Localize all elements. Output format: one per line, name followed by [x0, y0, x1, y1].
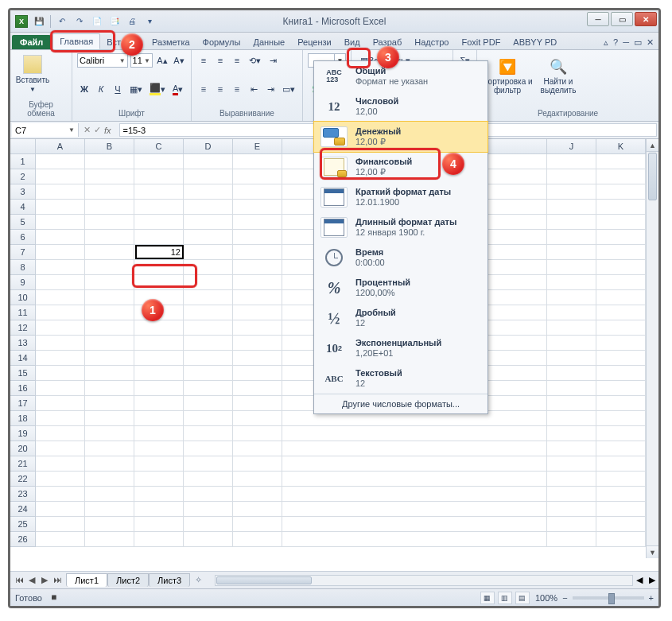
row-hdr[interactable]: 21	[10, 456, 36, 472]
zoom-in-icon[interactable]: +	[649, 593, 654, 603]
cell[interactable]	[596, 230, 646, 245]
cell[interactable]	[134, 532, 184, 547]
cell[interactable]	[134, 502, 184, 517]
row-hdr[interactable]: 16	[10, 381, 36, 396]
cell[interactable]	[233, 184, 282, 200]
cell[interactable]	[596, 381, 646, 396]
cell[interactable]	[134, 426, 184, 441]
cell[interactable]	[282, 426, 547, 441]
cell[interactable]	[233, 230, 282, 245]
row-hdr[interactable]: 19	[10, 426, 36, 441]
cell[interactable]	[36, 184, 85, 200]
cell[interactable]	[547, 351, 596, 366]
vscroll-thumb[interactable]	[648, 153, 657, 200]
qat-btn-4[interactable]: 📄	[91, 15, 103, 28]
cell[interactable]	[547, 320, 596, 336]
enter-formula-icon[interactable]: ✓	[94, 125, 101, 135]
row-hdr[interactable]: 24	[10, 502, 36, 517]
qat-redo-icon[interactable]: ↷	[73, 15, 86, 28]
ribbon-minimize-icon[interactable]: ▵	[604, 37, 608, 48]
col-hdr-C[interactable]: C	[134, 139, 184, 153]
row-hdr[interactable]: 12	[10, 320, 36, 336]
cell[interactable]	[36, 245, 85, 260]
cell[interactable]	[184, 305, 233, 320]
cell[interactable]	[36, 366, 85, 381]
cell[interactable]	[547, 154, 596, 169]
cell[interactable]	[184, 260, 233, 275]
row-hdr[interactable]: 9	[10, 275, 36, 290]
cell[interactable]	[134, 411, 184, 426]
tab-formulas[interactable]: Формулы	[196, 35, 247, 49]
number-format-item[interactable]: ½Дробный12	[314, 303, 487, 333]
align-top-icon[interactable]: ≡	[196, 53, 211, 68]
orientation-icon[interactable]: ⟲▾	[247, 53, 263, 68]
tab-addins[interactable]: Надстро	[408, 35, 455, 49]
cell[interactable]	[233, 351, 282, 366]
hscroll-left-icon[interactable]: ◀	[633, 575, 646, 585]
row-hdr[interactable]: 13	[10, 336, 36, 351]
cell[interactable]	[233, 532, 282, 547]
cell[interactable]	[134, 200, 184, 215]
cell[interactable]	[134, 260, 184, 275]
cell[interactable]	[233, 245, 282, 260]
sheet-nav-last-icon[interactable]: ⏭	[52, 575, 63, 585]
number-format-item[interactable]: Длинный формат даты12 января 1900 г.	[314, 212, 487, 243]
sheet-tab-2[interactable]: Лист2	[107, 573, 149, 587]
cell[interactable]	[184, 184, 233, 200]
cell[interactable]	[596, 275, 646, 290]
cell[interactable]	[547, 215, 596, 230]
cell[interactable]	[547, 441, 596, 456]
horizontal-scrollbar[interactable]	[215, 575, 633, 586]
cell[interactable]	[36, 275, 85, 290]
cell[interactable]	[85, 351, 134, 366]
cell[interactable]	[233, 502, 282, 517]
cell[interactable]	[36, 532, 85, 547]
cell[interactable]	[596, 517, 646, 532]
cell[interactable]	[596, 411, 646, 426]
cell[interactable]	[36, 487, 85, 502]
cell[interactable]	[184, 215, 233, 230]
cell[interactable]	[233, 456, 282, 472]
cell[interactable]	[233, 487, 282, 502]
row-hdr[interactable]: 7	[10, 245, 36, 260]
cell[interactable]	[184, 351, 233, 366]
cell[interactable]	[233, 275, 282, 290]
zoom-slider[interactable]	[573, 596, 644, 600]
cell[interactable]	[547, 169, 596, 184]
cell[interactable]	[596, 472, 646, 487]
mdi-min-icon[interactable]: ─	[623, 37, 629, 48]
number-format-item[interactable]: Время0:00:00	[314, 243, 487, 273]
cell[interactable]	[547, 517, 596, 532]
row-hdr[interactable]: 1	[10, 154, 36, 169]
align-left-icon[interactable]: ≡	[196, 82, 211, 96]
merge-icon[interactable]: ▭▾	[280, 82, 297, 96]
cell[interactable]	[85, 472, 134, 487]
cell[interactable]	[85, 426, 134, 441]
cell[interactable]	[85, 396, 134, 411]
cell[interactable]	[184, 366, 233, 381]
align-right-icon[interactable]: ≡	[230, 82, 244, 96]
cell[interactable]	[36, 396, 85, 411]
cancel-formula-icon[interactable]: ✕	[84, 125, 91, 135]
number-format-item[interactable]: 102Экспоненциальный1,20E+01	[314, 333, 487, 363]
row-hdr[interactable]: 20	[10, 441, 36, 456]
cell[interactable]	[85, 245, 134, 260]
qat-btn-5[interactable]: 📑	[108, 15, 121, 28]
fill-color-button[interactable]: ⬛▾	[147, 82, 168, 96]
cell[interactable]	[233, 441, 282, 456]
cell[interactable]	[596, 169, 646, 184]
cell[interactable]	[85, 215, 134, 230]
cell[interactable]	[134, 366, 184, 381]
cell[interactable]	[184, 456, 233, 472]
cell[interactable]	[547, 230, 596, 245]
row-hdr[interactable]: 22	[10, 472, 36, 487]
cell[interactable]	[547, 366, 596, 381]
cell[interactable]	[233, 381, 282, 396]
col-hdr-K[interactable]: K	[596, 139, 646, 153]
cell[interactable]	[547, 487, 596, 502]
view-layout-icon[interactable]: ▥	[498, 592, 512, 604]
cell[interactable]	[85, 184, 134, 200]
cell[interactable]	[184, 396, 233, 411]
minimize-button[interactable]: ─	[587, 12, 609, 26]
cell[interactable]	[282, 456, 547, 472]
